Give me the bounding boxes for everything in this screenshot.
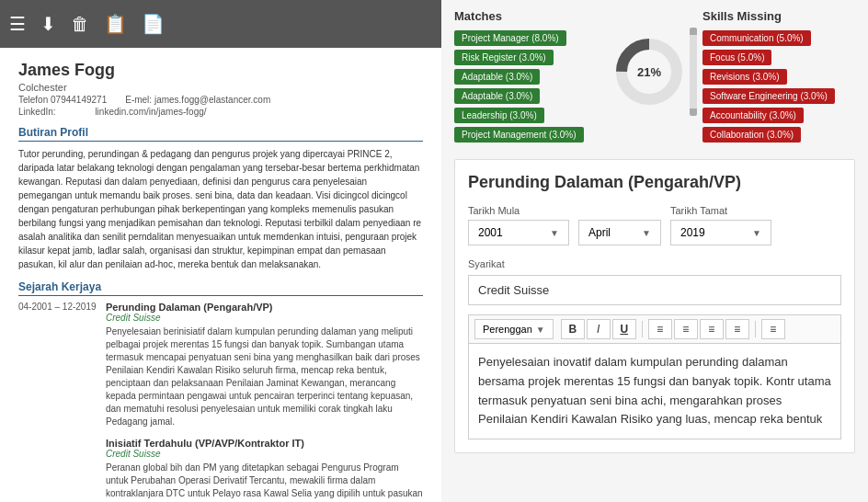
year-start-select[interactable]: 2001 ▼ [468,220,569,245]
align-center-button[interactable]: ≡ [674,319,698,339]
cv-location: Colchester [18,82,423,93]
cv-contact: Telefon 07944149271 E-mel: james.fogg@el… [18,95,423,105]
editor-toolbar: Perenggan ▼ B I U ≡ ≡ ≡ ≡ ≡ [468,314,841,343]
cv-email: E-mel: james.fogg@elastancer.com [125,95,270,105]
toolbar-separator-1 [642,321,643,337]
bold-button[interactable]: B [561,319,585,339]
job-desc-2: Peranan global bih dan PM yang ditetapka… [106,462,423,502]
job-entry-2: Inisiatif Terdahulu (VP/AVP/Kontraktor I… [18,438,423,502]
format-dropdown-label: Perenggan [483,324,532,335]
year-end-value: 2019 [680,226,705,239]
month-start-group: April ▼ [578,205,661,245]
year-start-value: 2001 [478,226,503,239]
skill-tag[interactable]: Software Engineering (3.0%) [702,88,835,104]
donut-percent-label: 21% [637,65,661,79]
match-tag[interactable]: Leadership (3.0%) [454,108,544,123]
year-end-select[interactable]: 2019 ▼ [670,220,771,245]
month-start-value: April [588,226,611,239]
job-company-1: Credit Suisse [106,313,423,323]
syarikat-input[interactable] [468,275,841,305]
job-title-1: Perunding Dalaman (Pengarah/VP) [106,302,423,313]
matches-title: Matches [454,9,607,23]
year-end-chevron: ▼ [752,228,761,238]
match-tag[interactable]: Adaptable (3.0%) [454,88,540,104]
skills-tags: Communication (5.0%)Focus (5.0%)Revision… [702,30,855,146]
align-right-button[interactable]: ≡ [700,319,724,339]
download-icon[interactable]: ⬇ [40,13,56,35]
add-document-icon[interactable]: 📄 [142,13,165,35]
donut-chart: 21% [612,35,686,108]
italic-button[interactable]: I [587,319,611,339]
job-entry-1: 04-2001 – 12-2019 Perunding Dalaman (Pen… [18,302,423,428]
skill-tag[interactable]: Accountability (3.0%) [702,108,804,123]
year-start-chevron: ▼ [550,228,559,238]
toolbar-separator-2 [755,321,756,337]
cv-profile-text: Tutor perunding, perundingan & pedagang … [18,147,423,271]
format-dropdown-chevron: ▼ [536,325,545,335]
align-left-button[interactable]: ≡ [648,319,672,339]
copy-icon[interactable]: 📋 [104,13,127,35]
match-tag[interactable]: Adaptable (3.0%) [454,69,540,85]
experience-section-title: Sejarah Kerjaya [18,280,423,296]
delete-icon[interactable]: 🗑 [71,14,89,35]
skill-tag[interactable]: Collaboration (3.0%) [702,127,801,143]
job-detail-section: Perunding Dalaman (Pengarah/VP) Tarikh M… [454,159,855,453]
month-start-select[interactable]: April ▼ [578,220,661,245]
underline-button[interactable]: U [612,319,636,339]
format-dropdown[interactable]: Perenggan ▼ [474,319,554,339]
job-desc-1: Penyelesaian berinisiatif dalam kumpulan… [106,325,423,428]
skill-tag[interactable]: Focus (5.0%) [702,50,771,65]
scrollbar[interactable] [690,28,697,116]
cv-name: James Fogg [18,61,423,80]
job-right-2: Inisiatif Terdahulu (VP/AVP/Kontraktor I… [106,438,423,502]
profile-section-title: Butiran Profil [18,126,423,142]
editor-text: Penyelesaian inovatif dalam kumpulan per… [478,355,831,426]
list-button[interactable]: ≡ [761,319,785,339]
month-spacer [578,205,661,216]
toolbar: ☰ ⬇ 🗑 📋 📄 [0,0,441,48]
cv-content: James Fogg Colchester Telefon 0794414927… [0,48,441,502]
job-title-2: Inisiatif Terdahulu (VP/AVP/Kontraktor I… [106,438,423,449]
editor-content[interactable]: Penyelesaian inovatif dalam kumpulan per… [468,343,841,439]
match-tag[interactable]: Risk Register (3.0%) [454,50,554,65]
month-start-chevron: ▼ [642,228,651,238]
donut-area: 21% [607,9,702,116]
matches-tags: Project Manager (8.0%)Risk Register (3.0… [454,30,607,146]
skills-missing-title: Skills Missing [702,9,855,23]
job-right-1: Perunding Dalaman (Pengarah/VP) Credit S… [106,302,423,428]
job-detail-title: Perunding Dalaman (Pengarah/VP) [468,173,841,192]
tarikh-tamat-group: Tarikh Tamat 2019 ▼ [670,205,771,245]
skill-tag[interactable]: Revisions (3.0%) [702,69,787,85]
skills-missing-section: Skills Missing Communication (5.0%)Focus… [702,9,855,146]
align-justify-button[interactable]: ≡ [725,319,749,339]
menu-icon[interactable]: ☰ [9,13,26,35]
match-tag[interactable]: Project Management (3.0%) [454,127,584,143]
job-dates-1: 04-2001 – 12-2019 [18,302,101,312]
cv-linkedin: LinkedIn: linkedin.com/in/james-fogg/ [18,107,423,117]
match-tag[interactable]: Project Manager (8.0%) [454,30,566,46]
date-row: Tarikh Mula 2001 ▼ April ▼ Tarikh Tamat [468,205,841,245]
matches-section: Matches Project Manager (8.0%)Risk Regis… [454,9,607,146]
skill-tag[interactable]: Communication (5.0%) [702,30,811,46]
tarikh-mula-group: Tarikh Mula 2001 ▼ [468,205,569,245]
syarikat-label: Syarikat [468,258,841,269]
job-company-2: Credit Suisse [106,449,423,459]
tarikh-tamat-label: Tarikh Tamat [670,205,771,216]
right-panel: Matches Project Manager (8.0%)Risk Regis… [441,0,868,502]
tarikh-mula-label: Tarikh Mula [468,205,569,216]
cv-phone: Telefon 07944149271 [18,95,107,105]
